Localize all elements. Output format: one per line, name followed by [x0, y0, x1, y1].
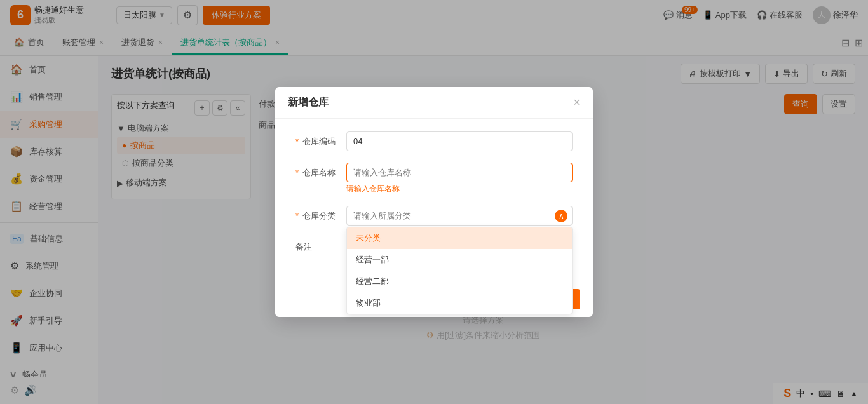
category-input-wrap: ∧ 未分类 经营一部 经营二部 物业部 — [346, 206, 573, 226]
category-row: * 仓库分类 ∧ 未分类 经营一部 — [295, 206, 573, 226]
warehouse-name-input[interactable] — [346, 163, 573, 182]
code-label: * 仓库编码 — [295, 131, 346, 147]
warehouse-code-input[interactable] — [346, 131, 573, 151]
dropdown-item-uncategorized[interactable]: 未分类 — [347, 227, 572, 249]
category-dropdown: 未分类 经营一部 经营二部 物业部 — [346, 227, 573, 314]
warehouse-category-input[interactable] — [346, 206, 573, 226]
category-label: * 仓库分类 — [295, 206, 346, 222]
modal-body: * 仓库编码 * 仓库名称 请输入仓库名称 — [275, 119, 593, 281]
note-label: 备注 — [295, 237, 346, 253]
dropdown-item-property[interactable]: 物业部 — [347, 292, 572, 314]
name-row: * 仓库名称 请输入仓库名称 — [295, 163, 573, 194]
code-input-wrap — [346, 131, 573, 151]
category-arrow-icon[interactable]: ∧ — [555, 210, 567, 222]
overlay: 新增仓库 × * 仓库编码 * 仓库名称 — [0, 0, 868, 404]
name-input-wrap: 请输入仓库名称 — [346, 163, 573, 194]
modal-header: 新增仓库 × — [275, 87, 593, 119]
dropdown-item-dept2[interactable]: 经营二部 — [347, 271, 572, 292]
dropdown-item-dept1[interactable]: 经营一部 — [347, 249, 572, 271]
name-label: * 仓库名称 — [295, 163, 346, 178]
name-error-msg: 请输入仓库名称 — [346, 184, 573, 194]
modal-title: 新增仓库 — [288, 96, 329, 109]
modal-close-button[interactable]: × — [573, 96, 580, 109]
code-row: * 仓库编码 — [295, 131, 573, 151]
new-warehouse-modal: 新增仓库 × * 仓库编码 * 仓库名称 — [275, 87, 593, 317]
